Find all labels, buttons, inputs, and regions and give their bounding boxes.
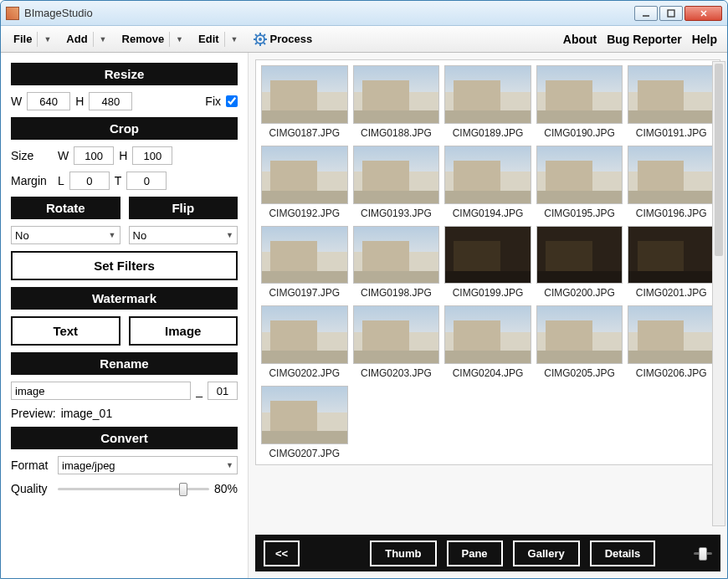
watermark-text-button[interactable]: Text [11,316,120,346]
thumbnail-image[interactable] [628,65,715,124]
chevron-down-icon: ▼ [109,231,116,239]
quality-slider[interactable] [58,481,209,496]
menu-add[interactable]: Add▼ [59,28,114,50]
menu-file[interactable]: File▼ [6,28,59,50]
convert-format-label: Format [11,459,53,472]
thumbnail-item[interactable]: CIMG0196.JPG [628,146,715,219]
thumbnail-item[interactable]: CIMG0200.JPG [536,226,623,300]
convert-quality-value: 80% [214,482,238,495]
thumbnail-image[interactable] [353,65,440,124]
thumbnail-item[interactable]: CIMG0189.JPG [444,65,531,139]
menu-remove[interactable]: Remove▼ [115,28,192,50]
crop-height-input[interactable] [132,146,172,165]
view-details-button[interactable]: Details [590,541,656,566]
thumbnail-label: CIMG0200.JPG [544,287,615,299]
thumbnail-image[interactable] [444,146,531,204]
view-gallery-button[interactable]: Gallery [513,541,580,566]
close-button[interactable] [684,6,722,21]
thumbnail-image[interactable] [353,146,440,204]
gallery-scroll[interactable]: CIMG0187.JPGCIMG0188.JPGCIMG0189.JPGCIMG… [249,53,727,535]
set-filters-button[interactable]: Set Filters [11,251,238,280]
crop-size-label: Size [11,149,53,162]
chevron-down-icon: ▼ [44,35,51,44]
minimize-button[interactable] [634,6,658,21]
thumbnail-image[interactable] [444,65,531,124]
thumbnail-image[interactable] [628,305,715,364]
slider-thumb[interactable] [699,547,707,561]
thumbnail-image[interactable] [261,65,348,124]
thumbnail-item[interactable]: CIMG0204.JPG [444,305,531,379]
thumbnail-label: CIMG0193.JPG [361,208,432,219]
thumbnail-image[interactable] [261,305,348,364]
svg-rect-1 [668,10,674,17]
maximize-button[interactable] [659,6,683,21]
rename-base-input[interactable] [11,382,191,400]
thumbnail-item[interactable]: CIMG0187.JPG [261,65,348,139]
thumbnail-image[interactable] [261,146,348,204]
chevron-down-icon: ▼ [226,231,233,239]
crop-left-input[interactable] [69,172,110,190]
thumbnail-image[interactable] [444,305,531,364]
thumbnail-image[interactable] [536,226,623,284]
resize-height-input[interactable] [89,92,132,110]
thumbnail-item[interactable]: CIMG0205.JPG [536,305,623,379]
gear-icon [254,33,267,46]
thumbnail-item[interactable]: CIMG0202.JPG [261,305,348,379]
thumbnail-item[interactable]: CIMG0197.JPG [261,226,348,300]
collapse-button[interactable]: << [264,541,300,566]
thumbnail-image[interactable] [261,226,348,284]
view-pane-button[interactable]: Pane [447,541,503,566]
zoom-slider[interactable] [694,546,712,561]
thumbnail-label: CIMG0197.JPG [269,287,340,299]
thumbnail-item[interactable]: CIMG0199.JPG [444,226,531,300]
rotate-select[interactable]: No▼ [11,226,120,244]
menu-process[interactable]: Process [246,29,320,49]
thumbnail-image[interactable] [536,65,623,124]
thumbnail-item[interactable]: CIMG0195.JPG [536,146,623,219]
thumbnail-item[interactable]: CIMG0191.JPG [628,65,715,139]
scrollbar[interactable] [712,61,725,526]
thumbnail-label: CIMG0196.JPG [636,208,707,219]
watermark-image-button[interactable]: Image [129,316,238,346]
thumbnail-image[interactable] [261,386,348,444]
footer-bar: << Thumb Pane Gallery Details [255,535,720,571]
rename-header: Rename [11,352,238,375]
convert-format-select[interactable]: image/jpeg▼ [58,456,238,474]
thumbnail-image[interactable] [353,305,440,364]
crop-top-input[interactable] [126,172,167,190]
thumbnail-image[interactable] [444,226,531,284]
thumbnail-image[interactable] [353,226,440,284]
thumbnail-image[interactable] [628,226,715,284]
thumbnail-item[interactable]: CIMG0203.JPG [353,305,440,379]
resize-fix-checkbox[interactable] [226,95,238,107]
flip-select[interactable]: No▼ [129,226,238,244]
thumbnail-item[interactable]: CIMG0206.JPG [628,305,715,379]
thumbnail-item[interactable]: CIMG0193.JPG [353,146,440,219]
thumbnail-item[interactable]: CIMG0188.JPG [353,65,440,139]
thumbnail-item[interactable]: CIMG0192.JPG [261,146,348,219]
thumbnail-image[interactable] [628,146,715,204]
app-window: BImageStudio File▼ Add▼ Remove▼ Edit▼ Pr… [0,0,728,579]
resize-width-input[interactable] [27,92,70,110]
scrollbar-thumb[interactable] [715,64,723,256]
slider-thumb[interactable] [179,483,187,496]
menu-edit[interactable]: Edit▼ [191,28,245,50]
thumbnail-item[interactable]: CIMG0201.JPG [628,226,715,300]
thumbnail-item[interactable]: CIMG0198.JPG [353,226,440,300]
thumbnail-item[interactable]: CIMG0190.JPG [536,65,623,139]
thumbnail-image[interactable] [536,305,623,364]
thumbnail-item[interactable]: CIMG0207.JPG [261,386,348,459]
svg-line-11 [264,43,265,44]
thumbnail-image[interactable] [536,146,623,204]
thumbnail-item[interactable]: CIMG0194.JPG [444,146,531,219]
menu-help[interactable]: Help [687,30,722,49]
thumbnail-label: CIMG0198.JPG [361,287,432,299]
menu-bugreporter[interactable]: Bug Reporter [602,30,686,49]
crop-width-input[interactable] [74,146,114,165]
menu-about[interactable]: About [558,30,602,49]
view-thumb-button[interactable]: Thumb [370,541,436,566]
titlebar[interactable]: BImageStudio [1,1,727,26]
crop-margin-label: Margin [11,174,53,187]
rename-start-input[interactable] [208,382,238,400]
svg-point-5 [259,38,262,41]
